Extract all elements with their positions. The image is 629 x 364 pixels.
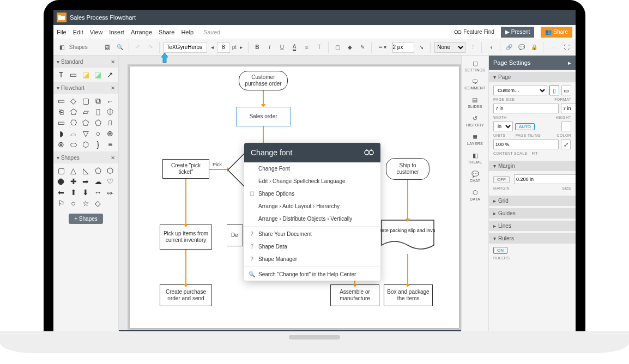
group-shapes[interactable]: ▾ Shapes✕ [53, 151, 118, 163]
node-assemble[interactable]: Assemble or manufacture [330, 284, 379, 306]
stroke-color-icon[interactable]: ◆ [345, 42, 355, 53]
font-select[interactable] [164, 42, 207, 53]
dock-history[interactable]: ↺HISTORY [466, 115, 484, 127]
node-create-packing[interactable]: Create packing slip and invoice [380, 219, 435, 254]
shape-offpage[interactable]: ⬡ [80, 139, 91, 149]
font-size-input[interactable] [217, 42, 230, 53]
group-standard[interactable]: ▾ Standard✕ [53, 56, 118, 68]
node-pickup[interactable]: Pick up items from current inventory [160, 225, 212, 250]
image-icon[interactable]: 🖼 [102, 42, 112, 53]
section-page[interactable]: ▾ Page [489, 72, 576, 82]
menu-view[interactable]: View [90, 29, 103, 35]
connector[interactable] [209, 169, 228, 170]
underline-icon[interactable]: U [277, 42, 287, 53]
present-button[interactable]: ▶ Present [501, 27, 534, 38]
page-size-select[interactable]: Custom… [493, 86, 547, 95]
shape-decision[interactable]: ◇ [68, 96, 79, 106]
menu-help[interactable]: Help [181, 29, 193, 35]
cmd-item[interactable]: Edit › Change Spellcheck Language [244, 175, 380, 187]
link-icon[interactable]: 🔗 [504, 42, 515, 53]
menu-arrange[interactable]: Arrange [131, 29, 152, 35]
shape-connector[interactable]: ○ [93, 129, 104, 138]
shape-card[interactable]: ⬠ [93, 118, 104, 128]
section-guides[interactable]: ▸ Guides [489, 208, 576, 219]
fill-icon[interactable]: ▢ [332, 42, 343, 53]
node-create-po[interactable]: Create purchase order and send [160, 284, 212, 306]
shape-rtri[interactable]: ◺ [80, 166, 91, 175]
menu-insert[interactable]: Insert [109, 29, 124, 35]
arrow-style-select[interactable]: None [434, 42, 465, 53]
redo-icon[interactable]: ↷ [146, 42, 156, 53]
stroke-width-select[interactable] [392, 42, 414, 53]
menu-share[interactable]: Share [159, 29, 174, 35]
shape-brace[interactable]: } [93, 139, 104, 149]
node-ship[interactable]: Ship to customer [386, 158, 430, 180]
shape-cloud[interactable]: ☁ [93, 177, 104, 186]
close-icon[interactable]: ✕ [111, 59, 115, 65]
share-button[interactable]: 👥 Share [541, 27, 572, 38]
shape-summing[interactable]: ⊗ [56, 139, 66, 149]
section-lines[interactable]: ▸ Lines [489, 221, 576, 231]
shape-circle[interactable]: ○ [68, 198, 79, 208]
more-icon[interactable]: ⋯ [547, 42, 558, 53]
section-margin[interactable]: ▾ Margin [489, 161, 576, 171]
shape-process[interactable]: ▭ [56, 96, 66, 106]
lock-icon[interactable]: 🔒 [529, 42, 540, 53]
shape-star[interactable]: ☆ [80, 198, 91, 208]
search-icon[interactable]: 🔍 [114, 42, 125, 53]
shape-flag[interactable]: ⚐ [56, 198, 66, 208]
shape-note-green[interactable]: ◪ [93, 70, 104, 80]
close-icon[interactable]: ✕ [111, 85, 115, 91]
dock-settings[interactable]: ▢SETTINGS [465, 60, 485, 72]
shape-db2[interactable]: ⏀ [105, 107, 116, 117]
cmd-item[interactable]: ?Shape Manager [244, 253, 380, 265]
shape-hexagon[interactable]: ⬡ [105, 166, 116, 175]
fullscreen-icon[interactable]: ⛶ [562, 42, 572, 53]
connector[interactable] [185, 179, 186, 225]
undo-icon[interactable]: ↶ [133, 42, 143, 53]
close-icon[interactable]: ✕ [111, 155, 115, 161]
align-icon[interactable]: ≡ [302, 42, 312, 53]
shape-delay[interactable]: ◗ [56, 129, 66, 138]
units-select[interactable]: in [493, 122, 513, 131]
shapes-toggle-icon[interactable]: ◧ [57, 42, 67, 53]
cmd-item[interactable]: ?Shape Data [244, 240, 380, 253]
section-rulers[interactable]: ▾ Rulers [489, 233, 576, 244]
font-size-inc[interactable]: ▸ [239, 42, 244, 53]
shape-paper[interactable]: ⎍ [105, 118, 116, 128]
shape-rect[interactable]: ▭ [68, 70, 79, 80]
italic-icon[interactable]: I [264, 42, 275, 53]
shape-database[interactable]: ⌷ [93, 107, 104, 117]
dock-data[interactable]: ⬡DATA [470, 189, 480, 201]
shape-display[interactable]: ⬭ [68, 139, 79, 149]
cmd-item[interactable]: Arrange › Distribute Objects › Verticall… [244, 213, 380, 225]
font-size-dec[interactable]: ◂ [209, 42, 214, 53]
height-input[interactable] [561, 104, 576, 113]
node-customer-order[interactable]: Customer purchase order [239, 71, 288, 90]
cmd-item[interactable]: Change Font [244, 162, 380, 175]
node-create-pick[interactable]: Create "pick ticket" [162, 159, 209, 179]
shape-data[interactable]: ▱ [80, 107, 91, 117]
shape-larrow[interactable]: ⬅ [56, 187, 66, 197]
cmd-item[interactable]: ?Share Your Document [244, 228, 380, 240]
section-grid[interactable]: ▸ Grid [489, 196, 576, 206]
line-style-icon[interactable]: ━ ▾ [376, 42, 390, 53]
group-flowchart[interactable]: ▾ Flowchart✕ [53, 82, 118, 94]
dock-layers[interactable]: ≣LAYERS [467, 134, 483, 145]
shape-rarrow[interactable]: ➡ [80, 177, 91, 186]
shape-cross[interactable]: ✚ [68, 177, 79, 186]
dock-theme[interactable]: ◧THEME [468, 152, 482, 164]
cmd-item[interactable]: Arrange › Auto Layout › Hierarchy [244, 200, 380, 213]
feature-find[interactable]: Feature Find [454, 29, 494, 35]
dock-slides[interactable]: ▤SLIDES [468, 96, 482, 108]
collapse-icon[interactable]: ▸ [568, 59, 571, 66]
shape-intstore[interactable]: ▭ [56, 118, 66, 128]
margin-off-chip[interactable]: OFF [493, 176, 510, 183]
color-swatch[interactable] [561, 122, 571, 131]
line-end-icon[interactable]: ↘ [416, 42, 427, 53]
paint-icon[interactable]: ✎ [358, 42, 368, 53]
shape-callout[interactable]: ⬰ [105, 187, 116, 197]
connector[interactable] [263, 126, 264, 145]
dock-comment[interactable]: 🗨COMMENT [464, 78, 485, 90]
shape-tape[interactable]: ⎔ [68, 118, 79, 128]
